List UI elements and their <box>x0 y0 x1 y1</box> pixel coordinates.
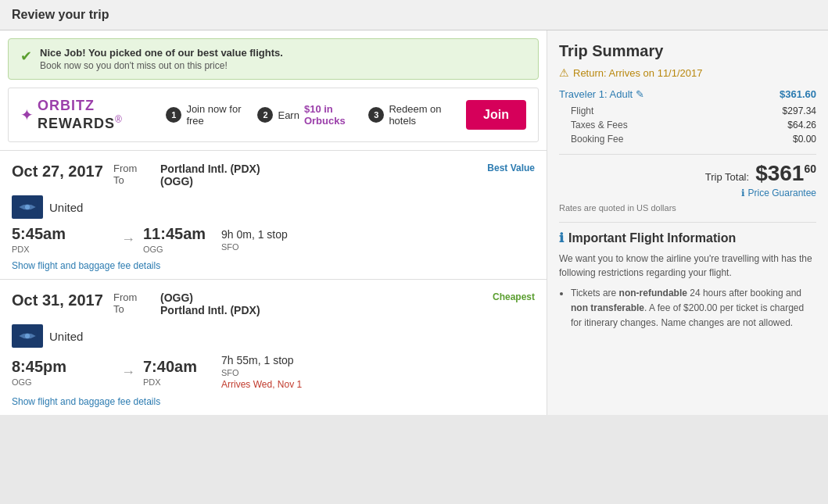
flight-header-2: Oct 31, 2017 From To (OGG) Portland Intl… <box>12 291 535 316</box>
info-circle-icon: ℹ <box>741 188 745 198</box>
bullet-bold2: non transferable <box>571 302 644 313</box>
booking-label: Booking Fee <box>559 134 623 145</box>
airline-name-2: United <box>49 330 83 343</box>
arrive-time-2: 7:40am <box>143 358 221 376</box>
important-info: ℹ Important Flight Information We want y… <box>559 231 816 331</box>
united-logo-svg-1 <box>16 199 38 215</box>
step1-label: Join now for free <box>186 103 243 127</box>
booking-price: $0.00 <box>793 134 816 145</box>
to-label-2: To <box>113 303 152 315</box>
page-container: Review your trip ✔ Nice Job! You picked … <box>0 0 828 415</box>
details-link-2[interactable]: Show flight and baggage fee details <box>12 396 160 407</box>
return-warning: ⚠ Return: Arrives on 11/1/2017 <box>559 66 816 79</box>
orbitz-logo: ✦ ORBITZ REWARDS® <box>20 98 152 132</box>
to-city-2: Portland Intl. (PDX) <box>160 304 493 316</box>
trip-summary-title: Trip Summary <box>559 42 816 60</box>
arrives-note-2: Arrives Wed, Nov 1 <box>221 379 302 390</box>
total-dollars: $361 <box>755 161 804 185</box>
airline-logo-2 <box>12 324 43 348</box>
total-cents: 60 <box>804 163 816 175</box>
flight-segment-1: Oct 27, 2017 From To Portland Intl. (PDX… <box>0 150 547 279</box>
depart-time-1: 5:45am <box>12 225 113 243</box>
duration-text-2: 7h 55m, 1 stop <box>221 354 302 366</box>
important-desc: We want you to know the airline you're t… <box>559 252 816 280</box>
route-info-2: (OGG) Portland Intl. (PDX) <box>160 291 493 316</box>
banner-bold: Nice Job! You picked one of our best val… <box>40 47 283 59</box>
best-value-banner: ✔ Nice Job! You picked one of our best v… <box>8 38 539 80</box>
bullet-bold1: non-refundable <box>619 288 687 298</box>
flight-date-1: Oct 27, 2017 <box>12 163 113 181</box>
taxes-label: Taxes & Fees <box>559 120 628 130</box>
details-link-1[interactable]: Show flight and baggage fee details <box>12 260 160 271</box>
step2-circle: 2 <box>257 107 273 123</box>
badge-1: Best Value <box>487 163 535 173</box>
flight-label: Flight <box>559 105 593 116</box>
arrow-icon-1: → <box>121 231 135 248</box>
badge-2: Cheapest <box>493 291 535 302</box>
orbitz-icon: ✦ <box>20 105 34 124</box>
step3-label: Redeem on hotels <box>389 103 452 127</box>
traveler-row: Traveler 1: Adult ✎ $361.60 <box>559 88 816 100</box>
depart-1: 5:45am PDX <box>12 225 113 254</box>
flight-fee-row: Flight $297.34 <box>559 104 816 118</box>
right-panel: Trip Summary ⚠ Return: Arrives on 11/1/2… <box>547 30 828 415</box>
flight-header-1: Oct 27, 2017 From To Portland Intl. (PDX… <box>12 163 535 188</box>
from-city-2: (OGG) <box>160 291 493 304</box>
info-icon-blue: ℹ <box>559 231 564 245</box>
total-label: Trip Total: <box>705 171 749 183</box>
divider <box>559 222 816 223</box>
step2-prefix: Earn <box>278 109 299 121</box>
orbitz-brand: ORBITZ REWARDS® <box>38 98 152 132</box>
flight-date-2: Oct 31, 2017 <box>12 291 113 309</box>
return-note: Return: Arrives on 11/1/2017 <box>573 67 703 79</box>
rewards-label-text: REWARDS® <box>38 116 123 131</box>
arrive-airport-1: OGG <box>143 245 221 254</box>
duration-2: 7h 55m, 1 stop SFO Arrives Wed, Nov 1 <box>221 354 302 390</box>
step2-item: 2 Earn $10 in Orbucks <box>257 103 354 127</box>
arrive-2: 7:40am PDX <box>143 358 221 387</box>
flight-price: $297.34 <box>783 105 816 116</box>
price-guarantee[interactable]: ℹ Price Guarantee <box>559 188 816 198</box>
important-title: ℹ Important Flight Information <box>559 231 816 245</box>
depart-airport-1: PDX <box>12 245 113 254</box>
booking-fee-row: Booking Fee $0.00 <box>559 132 816 146</box>
page-header: Review your trip <box>0 0 828 30</box>
step3-circle: 3 <box>368 107 384 123</box>
page-title: Review your trip <box>12 8 109 21</box>
warning-icon: ⚠ <box>559 66 569 79</box>
arrive-airport-2: PDX <box>143 377 221 387</box>
from-to-2: From To <box>113 291 152 315</box>
arrow-icon-2: → <box>121 364 135 381</box>
left-panel: ✔ Nice Job! You picked one of our best v… <box>0 30 547 415</box>
depart-time-2: 8:45pm <box>12 358 113 376</box>
from-label-1: From <box>113 163 152 174</box>
arrive-1: 11:45am OGG <box>143 225 221 254</box>
times-row-1: 5:45am PDX → 11:45am OGG 9h 0m, 1 stop S… <box>12 225 535 254</box>
rewards-bar: ✦ ORBITZ REWARDS® 1 Join now for free 2 … <box>8 88 539 142</box>
depart-2: 8:45pm OGG <box>12 358 113 387</box>
airline-row-2: United <box>12 324 535 348</box>
airline-logo-1 <box>12 195 43 219</box>
traveler-label: Traveler 1: Adult <box>559 88 633 100</box>
main-content: ✔ Nice Job! You picked one of our best v… <box>0 30 828 415</box>
banner-sub: Book now so you don't miss out on this p… <box>40 60 283 71</box>
traveler-icon: ✎ <box>636 88 644 100</box>
important-bullets: Tickets are non-refundable 24 hours afte… <box>559 286 816 331</box>
check-icon: ✔ <box>20 48 32 65</box>
important-title-text: Important Flight Information <box>568 231 736 245</box>
to-city-1: (OGG) <box>160 175 487 188</box>
duration-text-1: 9h 0m, 1 stop <box>221 228 288 241</box>
duration-1: 9h 0m, 1 stop SFO <box>221 228 288 252</box>
to-label-1: To <box>113 174 152 186</box>
join-button[interactable]: Join <box>466 100 526 130</box>
banner-text: Nice Job! You picked one of our best val… <box>40 47 283 71</box>
step2-highlight: $10 in Orbucks <box>304 103 354 127</box>
from-to-1: From To <box>113 163 152 186</box>
step1-item: 1 Join now for free <box>166 103 243 127</box>
stop-airport-1: SFO <box>221 242 288 252</box>
flight-segment-2: Oct 31, 2017 From To (OGG) Portland Intl… <box>0 279 547 415</box>
orbitz-brand-text: ORBITZ <box>38 98 95 113</box>
traveler-link[interactable]: Traveler 1: Adult ✎ <box>559 88 644 100</box>
from-city-1: Portland Intl. (PDX) <box>160 163 487 175</box>
svg-point-3 <box>25 334 30 338</box>
